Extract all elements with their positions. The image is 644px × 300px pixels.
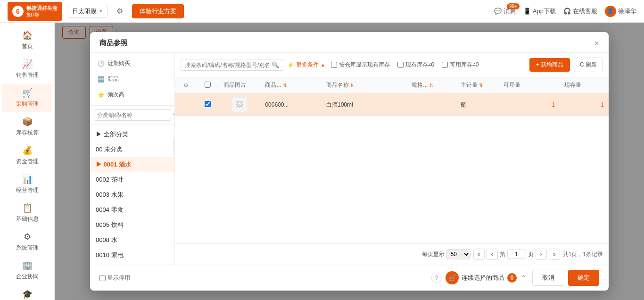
messages-nav[interactable]: 💬 消息 99+	[494, 7, 516, 16]
page-size-dropdown[interactable]: 50 20 100	[446, 249, 471, 259]
avail-ne0-checkbox[interactable]	[442, 62, 448, 68]
add-product-button[interactable]: + 新增商品	[529, 58, 570, 72]
settings-icon[interactable]: ⚙	[113, 5, 126, 18]
sort-spec-icon[interactable]: ⇅	[429, 83, 433, 88]
sidebar-item-purchase[interactable]: 🛒 采购管理	[2, 84, 52, 112]
page-label: 第	[500, 250, 505, 258]
cat-unclassified[interactable]: 00 未分类	[90, 142, 174, 157]
cat-drink[interactable]: 0005 饮料	[90, 217, 174, 233]
row-stock: -1	[599, 101, 604, 108]
page-suffix: 页	[528, 250, 534, 258]
main-layout: 🏠 首页 📈 销售管理 🛒 采购管理 📦 库存核算 💰 资金管理 📊 经营管理 …	[0, 23, 644, 300]
cat-unclassified-label: 00 未分类	[96, 145, 123, 154]
cat-snack[interactable]: 0004 零食	[90, 202, 174, 217]
new-products-btn[interactable]: 🆕 新品	[94, 72, 171, 86]
cat-fruit[interactable]: 0003 水果	[90, 187, 174, 202]
app-download-nav[interactable]: 📱 App下载	[523, 7, 556, 16]
stock-ne0-checkbox-label[interactable]: 现有库存≠0	[397, 61, 434, 69]
sidebar-item-home[interactable]: 🏠 首页	[2, 26, 52, 54]
logo: 6 畅捷通好生意 捷目版	[8, 2, 62, 21]
modal-header: 商品参照 ×	[90, 32, 609, 53]
confirm-button[interactable]: 确定	[568, 270, 599, 286]
cat-water[interactable]: 0008 水	[90, 233, 174, 248]
last-page-btn[interactable]: »	[549, 249, 560, 260]
category-search-icon[interactable]: 🔍	[173, 112, 175, 119]
th-name: 商品名称 ⇅	[322, 77, 407, 93]
category-search-input[interactable]	[94, 109, 171, 121]
new-label: 新品	[107, 75, 119, 83]
operations-icon: 📊	[22, 174, 33, 184]
sidebar-label-inventory: 库存核算	[16, 129, 39, 137]
sidebar-item-sales[interactable]: 📈 销售管理	[2, 55, 52, 83]
cart-area: ? 🛒 连续选择的商品 0 ⌃	[431, 271, 527, 284]
show-stopped-option: 显示停用	[99, 274, 130, 282]
search-icon[interactable]: 🔍	[272, 61, 279, 68]
store-selector[interactable]: 日太阳膜 ▼	[68, 5, 107, 18]
sidebar-item-inventory[interactable]: 📦 库存核算	[2, 113, 52, 141]
sidebar-item-enterprise[interactable]: 🏢 企业协同	[2, 257, 52, 284]
cancel-button[interactable]: 取消	[532, 270, 564, 286]
sidebar-item-operations[interactable]: 📊 经营管理	[2, 170, 52, 198]
cat-liquor[interactable]: ▶ 0001 酒水	[90, 157, 174, 172]
avail-ne0-label: 可用库存≠0	[450, 61, 479, 69]
cat-all[interactable]: ▶ 全部分类	[90, 127, 174, 142]
warehouse-label: 按仓库显示现有库存	[339, 61, 390, 69]
product-toolbar: 🔍 ⚡ 更多条件 ▲ 按仓库显示现有库存	[175, 53, 609, 77]
cat-drink-label: 0005 饮料	[96, 221, 124, 229]
avail-ne0-checkbox-label[interactable]: 可用库存≠0	[442, 61, 479, 69]
prev-page-btn[interactable]: ‹	[487, 249, 498, 260]
th-stock: 现存量	[560, 77, 609, 93]
refresh-button[interactable]: C 刷新	[574, 58, 603, 72]
username-label: 徐泽华	[618, 7, 636, 16]
cat-appliance-label: 0010 家电	[96, 251, 124, 259]
sort-unit-icon[interactable]: ⇅	[479, 83, 483, 88]
sidebar-item-guide[interactable]: 🎓 新手引导	[2, 285, 52, 300]
sidebar-label-enterprise: 企业协同	[16, 273, 39, 281]
trial-button[interactable]: 体验行业方案	[132, 4, 184, 18]
show-stopped-checkbox[interactable]	[99, 275, 106, 281]
table-row[interactable]: 🖼 000600... 白酒100ml	[175, 93, 609, 117]
panel-collapse-btn[interactable]: ‹	[173, 138, 175, 155]
page-navigation: « ‹ 第 页 › »	[473, 249, 560, 260]
row-stock-cell: -1	[560, 93, 609, 117]
cart-button[interactable]: 🛒 连续选择的商品 0	[446, 271, 517, 284]
frequent-label: 频次高	[107, 91, 124, 99]
sidebar-label-finance: 资金管理	[16, 158, 39, 166]
main-content: 查询 设置 商品参照 × 🕐 近期购买	[55, 23, 644, 300]
product-search-input[interactable]	[185, 62, 270, 68]
footer-collapse-icon[interactable]: ⌃	[520, 274, 527, 283]
user-avatar[interactable]: 👤 徐泽华	[605, 6, 636, 17]
cat-appliance[interactable]: 0010 家电	[90, 248, 174, 263]
th-spec: 规格... ⇅	[407, 77, 456, 93]
category-search: 🔍	[90, 106, 174, 125]
category-list: ▶ 全部分类 00 未分类 ▶ 0001 酒水 0002 茶叶	[90, 125, 174, 265]
sort-code-icon[interactable]: ⇅	[283, 83, 287, 88]
row-checkbox[interactable]	[205, 101, 211, 107]
cat-tea[interactable]: 0002 茶叶	[90, 172, 174, 187]
help-icon[interactable]: ?	[431, 273, 442, 283]
more-filter-btn[interactable]: ⚡ 更多条件 ▲	[287, 61, 325, 69]
online-service-nav[interactable]: 🎧 在线客服	[563, 7, 597, 16]
first-page-btn[interactable]: «	[473, 249, 485, 260]
sidebar-label-home: 首页	[22, 42, 33, 50]
row-unit-cell: 瓶	[456, 93, 499, 117]
page-input[interactable]	[507, 250, 526, 259]
th-spec-label: 规格...	[412, 82, 428, 88]
finance-icon: 💰	[22, 145, 33, 156]
modal-close-button[interactable]: ×	[594, 39, 599, 48]
warehouse-checkbox[interactable]	[331, 62, 337, 68]
sidebar-item-basicinfo[interactable]: 📋 基础信息	[2, 199, 52, 227]
select-all-checkbox[interactable]	[205, 82, 211, 88]
recent-purchase-btn[interactable]: 🕐 近期购买	[94, 57, 171, 70]
stock-ne0-checkbox[interactable]	[397, 62, 404, 68]
warehouse-checkbox-label[interactable]: 按仓库显示现有库存	[331, 61, 390, 69]
sidebar-label-basicinfo: 基础信息	[16, 215, 39, 223]
page-info: 共1页，1条记录	[563, 250, 603, 258]
row-spec-cell	[407, 93, 456, 117]
sort-name-icon[interactable]: ⇅	[350, 83, 354, 88]
next-page-btn[interactable]: ›	[536, 249, 547, 260]
enterprise-icon: 🏢	[22, 260, 33, 271]
sidebar-item-system[interactable]: ⚙ 系统管理	[2, 228, 52, 256]
sidebar-item-finance[interactable]: 💰 资金管理	[2, 142, 52, 169]
frequent-btn[interactable]: ⭐ 频次高	[94, 88, 171, 101]
